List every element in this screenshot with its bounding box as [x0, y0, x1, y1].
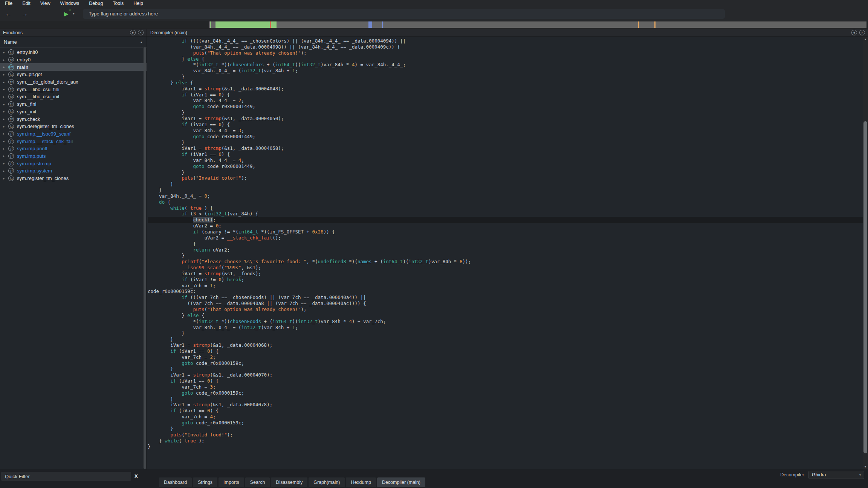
name-column-header[interactable]: Name ▴ [0, 37, 147, 47]
expand-icon[interactable]: ▸ [3, 132, 8, 136]
expand-icon[interactable]: ▸ [3, 117, 8, 121]
expand-icon[interactable]: ▸ [3, 162, 8, 165]
code-line[interactable]: __isoc99_scanf("%99s", &s1); [148, 265, 862, 271]
tab-imports[interactable]: Imports [219, 477, 244, 487]
code-line[interactable]: if (iVar1 == 0) { [148, 378, 862, 384]
expand-icon[interactable]: ▸ [3, 147, 8, 151]
expand-icon[interactable]: ▸ [3, 58, 8, 62]
expand-icon[interactable]: ▸ [3, 102, 8, 106]
code-line[interactable]: iVar1 = strcmp(&s1, _data.00004050); [148, 116, 862, 122]
code-line[interactable]: ((var_7ch == _data.000040a8 || (var_7ch … [148, 300, 862, 307]
code-line[interactable]: if (canary != *(int64_t *)(in_FS_OFFSET … [148, 229, 862, 235]
function-item-entry-init0[interactable]: ▸ƒxentry.init0 [0, 49, 147, 56]
code-line[interactable]: var_7ch = 4; [148, 414, 862, 420]
tab-strings[interactable]: Strings [193, 477, 217, 487]
code-line[interactable]: var_7ch = 1; [148, 283, 862, 289]
code-line[interactable]: var_84h._0_4_ = (int32_t)var_84h + 1; [148, 68, 862, 74]
code-line[interactable]: var_84h._0_4_ = 0; [148, 193, 862, 199]
function-item-sym-imp-strcmp[interactable]: ▸ƒisym.imp.strcmp [0, 160, 147, 167]
function-item-sym-libc-csu-init[interactable]: ▸ƒxsym.__libc_csu_init [0, 93, 147, 101]
code-line[interactable]: if (iVar1 == 0) { [148, 92, 862, 98]
code-line[interactable]: } [148, 396, 862, 402]
expand-icon[interactable]: ▸ [3, 154, 8, 158]
code-line[interactable]: if (iVar1 != 0) break; [148, 277, 862, 283]
code-line[interactable]: } [148, 336, 862, 342]
code-line[interactable]: uVar2 = 0; [148, 223, 862, 229]
code-line[interactable]: var_84h._4_4_ = 4; [148, 157, 862, 163]
code-line[interactable]: goto code_r0x00001449; [148, 134, 862, 140]
code-line[interactable]: if (iVar1 == 0) { [148, 151, 862, 157]
menu-edit[interactable]: Edit [22, 1, 31, 6]
expand-icon[interactable]: ▸ [3, 169, 8, 173]
code-line[interactable]: } [148, 444, 862, 450]
function-item-main[interactable]: ▸ƒmmain [0, 63, 147, 71]
code-line[interactable]: if (iVar1 == 0) { [148, 348, 862, 354]
expand-icon[interactable]: ▸ [3, 125, 8, 128]
debug-play-icon[interactable]: ▶D [64, 11, 69, 17]
code-line[interactable]: puts("That option was already chosen!"); [148, 307, 862, 313]
decompiled-code[interactable]: if ((((var_84h._4_4_ == _chosenColors) |… [148, 38, 862, 450]
expand-icon[interactable]: ▸ [3, 95, 8, 99]
code-line[interactable]: goto code_r0x0000159c; [148, 360, 862, 366]
tab-graph-main[interactable]: Graph(main) [309, 477, 345, 487]
code-line[interactable]: iVar1 = strcmp(&s1, _foods); [148, 271, 862, 277]
code-line[interactable]: } else { [148, 313, 862, 319]
close-panel-icon[interactable]: ✕ [859, 30, 865, 35]
tab-disassembly[interactable]: Disassembly [271, 477, 307, 487]
code-line[interactable]: goto code_r0x0000159c; [148, 420, 862, 426]
function-item-sym-init[interactable]: ▸ƒxsym._init [0, 108, 147, 116]
expand-icon[interactable]: ▸ [3, 73, 8, 76]
code-line[interactable]: if ((((var_84h._4_4_ == _chosenColors) |… [148, 38, 862, 44]
menu-windows[interactable]: Windows [60, 1, 79, 6]
code-line[interactable]: } [148, 330, 862, 336]
code-line[interactable]: } [148, 139, 862, 145]
forward-icon[interactable]: → [21, 10, 28, 18]
code-line[interactable]: } [148, 426, 862, 432]
debug-dropdown-icon[interactable]: ▾ [73, 12, 75, 15]
code-line[interactable]: puts("Invalid food!"); [148, 432, 862, 438]
function-item-sym-imp-stack-chk-fail[interactable]: ▸ƒisym.imp.__stack_chk_fail [0, 137, 147, 145]
code-line[interactable]: if (3 < (int32_t)var_84h) { [148, 211, 862, 217]
memory-map-bar[interactable] [209, 21, 866, 28]
tab-dashboard[interactable]: Dashboard [159, 477, 192, 487]
close-panel-icon[interactable]: ✕ [138, 30, 144, 35]
functions-scrollbar[interactable] [144, 47, 146, 469]
menu-help[interactable]: Help [133, 1, 143, 6]
function-item-sym-deregister-tm-clones[interactable]: ▸ƒxsym.deregister_tm_clones [0, 123, 147, 130]
code-line[interactable]: puts("Invalid color!"); [148, 175, 862, 181]
code-line[interactable]: } [148, 241, 862, 247]
function-item-sym-libc-csu-fini[interactable]: ▸ƒxsym.__libc_csu_fini [0, 85, 147, 93]
code-line[interactable]: if (iVar1 == 0) { [148, 122, 862, 128]
expand-icon[interactable]: ▸ [3, 177, 8, 180]
tab-search[interactable]: Search [245, 477, 270, 487]
seek-search-input[interactable] [83, 9, 725, 19]
code-line[interactable]: iVar1 = strcmp(&s1, _data.00004068); [148, 342, 862, 348]
code-line[interactable]: uVar2 = __stack_chk_fail(); [148, 235, 862, 241]
code-line[interactable]: *(int32_t *)(chosenColors + (int64_t)(in… [148, 62, 862, 68]
highlighted-word[interactable]: check() [193, 217, 213, 223]
quick-filter-input[interactable] [1, 472, 131, 481]
function-item-sym-register-tm-clones[interactable]: ▸ƒxsym.register_tm_clones [0, 175, 147, 182]
code-line[interactable]: while( true ) { [148, 205, 862, 211]
code-line[interactable]: check(); [148, 217, 868, 223]
expand-icon[interactable]: ▸ [3, 87, 8, 91]
function-item-sym-check[interactable]: ▸ƒxsym.check [0, 115, 147, 123]
code-line[interactable]: do { [148, 199, 862, 205]
code-line[interactable]: } [148, 110, 862, 116]
code-line[interactable]: } [148, 253, 862, 259]
code-line[interactable]: goto code_r0x00001449; [148, 104, 862, 110]
function-item-sym-fini[interactable]: ▸ƒxsym._fini [0, 101, 147, 108]
scroll-down-icon[interactable]: ▼ [863, 465, 868, 468]
code-line[interactable]: iVar1 = strcmp(&s1, _data.00004078); [148, 402, 862, 408]
code-line[interactable]: iVar1 = strcmp(&s1, _data.00004058); [148, 145, 862, 151]
function-item-sym-do-global-dtors-aux[interactable]: ▸ƒxsym.__do_global_dtors_aux [0, 78, 147, 86]
code-line[interactable]: goto code_r0x0000159c; [148, 390, 862, 396]
code-line[interactable]: } else { [148, 56, 862, 62]
code-line[interactable]: var_7ch = 3; [148, 384, 862, 390]
code-line[interactable]: printf("Please choose %s\'s favorite foo… [148, 259, 862, 265]
menu-tools[interactable]: Tools [113, 1, 124, 6]
code-line[interactable]: puts("That option was already chosen!"); [148, 50, 862, 56]
scrollbar-thumb[interactable] [863, 121, 867, 453]
code-line[interactable]: iVar1 = strcmp(&s1, _data.00004048); [148, 86, 862, 92]
decompiler-engine-select[interactable]: Ghidra ▾ [808, 471, 864, 479]
